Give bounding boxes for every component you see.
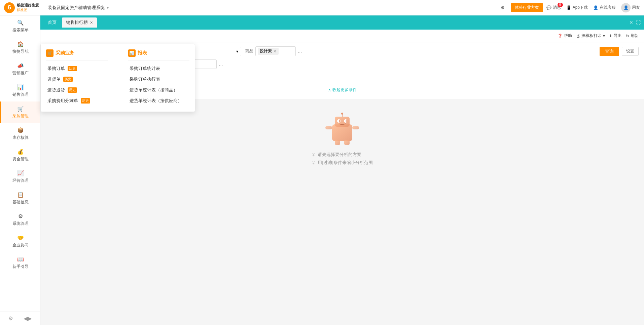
- menu-item-purchase-expense[interactable]: 采购费用分摊单 历史: [46, 95, 108, 106]
- tab-sales-rank[interactable]: 销售排行榜 ✕: [62, 17, 97, 28]
- search-icon: 🔍: [17, 19, 24, 26]
- user-area[interactable]: 👤 用友: [621, 3, 640, 12]
- sidebar-item-label: 销售管理: [12, 92, 29, 97]
- message-button[interactable]: 💬 消息 9: [546, 5, 561, 10]
- goods-tag-close[interactable]: ✕: [273, 49, 277, 54]
- svg-point-6: [339, 120, 340, 122]
- salesman-filter-dots[interactable]: …: [219, 62, 223, 67]
- tab-close-icon[interactable]: ✕: [90, 21, 93, 25]
- enterprise-icon: 🤝: [17, 235, 24, 241]
- finance-icon: 💰: [17, 149, 24, 155]
- report-section-icon: 📊: [128, 49, 136, 57]
- sidebar-item-purchase[interactable]: 🛒 采购管理: [0, 101, 40, 123]
- sidebar-item-basic[interactable]: 📋 基础信息: [0, 188, 40, 209]
- sidebar-item-marketing[interactable]: 📣 营销推广: [0, 58, 40, 80]
- refresh-icon: ↻: [626, 34, 629, 38]
- sidebar-item-search[interactable]: 🔍 搜索菜单: [0, 15, 40, 37]
- report-section: 📊 报表 采购订单统计表 采购订单执行表 进货单统计表（按商品） 进货单统计表（…: [128, 49, 190, 106]
- svg-rect-11: [344, 140, 350, 145]
- window-minimize-icon[interactable]: ✕: [629, 20, 633, 25]
- svg-rect-8: [325, 126, 332, 129]
- sidebar-item-guide[interactable]: 📖 新手引导: [0, 252, 40, 274]
- message-icon: 💬: [546, 5, 551, 10]
- menu-item-inbound-return[interactable]: 进货退货 历史: [46, 85, 108, 95]
- refresh-button[interactable]: ↻ 刷新: [626, 33, 639, 39]
- sidebar-item-label: 基础信息: [12, 199, 29, 205]
- export-icon: ⬆: [609, 34, 612, 38]
- svg-point-7: [346, 120, 347, 122]
- inventory-icon: 📦: [17, 127, 24, 133]
- goods-tag: 设计素 ✕: [258, 48, 279, 55]
- sales-icon: 📊: [17, 84, 24, 90]
- sidebar-item-enterprise[interactable]: 🤝 企业协同: [0, 231, 40, 252]
- tab-window-controls: ✕ ⛶: [629, 20, 641, 25]
- collapse-button[interactable]: ∧ 收起更多条件: [328, 87, 357, 93]
- menu-item-purchase-order[interactable]: 采购订单 历史: [46, 63, 108, 74]
- menu-item-purchase-order-stat[interactable]: 采购订单统计表: [128, 63, 190, 74]
- menu-item-purchase-order-exec[interactable]: 采购订单执行表: [128, 74, 190, 85]
- guide-icon: 📖: [17, 256, 24, 262]
- sidebar-item-finance[interactable]: 💰 资金管理: [0, 145, 40, 166]
- top-right-area: 💬 消息 9 📱 App下载 👤 在线客服 👤 用友: [546, 3, 640, 12]
- set-button[interactable]: 设置: [622, 47, 639, 56]
- print-button[interactable]: 🖨 按模板打印 ▾: [576, 33, 605, 39]
- app-download-button[interactable]: 📱 App下载: [566, 5, 588, 10]
- sidebar-item-operations[interactable]: 📈 经营管理: [0, 166, 40, 188]
- settings-button[interactable]: ⚙: [498, 3, 507, 12]
- sidebar-item-sales[interactable]: 📊 销售管理: [0, 80, 40, 101]
- basic-icon: 📋: [17, 192, 24, 198]
- empty-hint-1: ① 请先选择要分析的方案: [312, 152, 361, 158]
- sidebar-item-label: 新手引导: [12, 264, 29, 270]
- system-name-text: 装备及固定资产辅助管理系统: [48, 5, 105, 11]
- print-dropdown-icon[interactable]: ▾: [603, 34, 605, 38]
- sidebar-item-label: 资金管理: [12, 156, 29, 162]
- system-icon: ⚙: [18, 213, 23, 219]
- sidebar-settings-button[interactable]: ⚙: [8, 315, 13, 322]
- logo-icon: 6: [4, 2, 15, 13]
- purchase-section: 🛒 采购业务 采购订单 历史 进货单 历史 进货退货 历史 采购费用分摊单: [46, 49, 108, 106]
- sidebar-bottom: ⚙ ◀▶: [0, 312, 40, 325]
- help-button[interactable]: ❓ 帮助: [558, 33, 572, 39]
- query-button[interactable]: 查询: [600, 47, 619, 56]
- print-icon: 🖨: [576, 34, 580, 38]
- sidebar-item-system[interactable]: ⚙ 系统管理: [0, 209, 40, 231]
- sidebar-collapse-button[interactable]: ◀▶: [24, 315, 32, 322]
- menu-divider: [118, 49, 118, 106]
- tab-bar: 首页 销售排行榜 ✕ ✕ ⛶: [40, 15, 644, 30]
- logo-text: 畅捷通好生意 标准版: [17, 3, 39, 12]
- svg-rect-0: [332, 124, 352, 141]
- empty-illustration: [322, 113, 362, 146]
- menu-item-inbound-stat-goods[interactable]: 进货单统计表（按商品）: [128, 85, 190, 95]
- home-icon: 🏠: [17, 41, 24, 47]
- svg-rect-10: [335, 140, 340, 145]
- collapse-icon: ∧: [328, 88, 331, 92]
- sidebar-item-label: 企业协同: [12, 242, 29, 248]
- marketing-icon: 📣: [17, 63, 24, 69]
- help-icon: ❓: [558, 34, 563, 38]
- sidebar-item-label: 快捷导航: [12, 49, 29, 54]
- menu-item-inbound-stat-supplier[interactable]: 进货单统计表（按供应商）: [128, 95, 190, 106]
- window-maximize-icon[interactable]: ⛶: [636, 20, 641, 25]
- system-name: 装备及固定资产辅助管理系统 ▾: [48, 5, 495, 11]
- report-section-title: 📊 报表: [128, 49, 190, 60]
- toolbar: ❓ 帮助 🖨 按模板打印 ▾ ⬆ 导出 ↻ 刷新: [40, 30, 644, 42]
- menu-item-inbound[interactable]: 进货单 历史: [46, 74, 108, 85]
- svg-point-3: [341, 113, 343, 115]
- purchase-section-title: 🛒 采购业务: [46, 49, 108, 60]
- service-icon: 👤: [593, 5, 598, 10]
- phone-icon: 📱: [566, 5, 571, 10]
- sidebar-item-nav[interactable]: 🏠 快捷导航: [0, 37, 40, 58]
- service-button[interactable]: 👤 在线客服: [593, 5, 616, 10]
- industry-button[interactable]: 体验行业方案: [511, 3, 543, 12]
- purchase-icon: 🛒: [17, 106, 24, 112]
- tab-home[interactable]: 首页: [44, 17, 61, 28]
- sidebar-item-inventory[interactable]: 📦 库存核算: [0, 123, 40, 145]
- svg-rect-9: [352, 126, 359, 129]
- operations-icon: 📈: [17, 170, 24, 176]
- logo-area: 6 畅捷通好生意 标准版: [4, 2, 44, 13]
- goods-filter: 商品 设计素 ✕ …: [245, 46, 302, 56]
- goods-filter-dots[interactable]: …: [298, 49, 302, 54]
- export-button[interactable]: ⬆ 导出: [609, 33, 622, 39]
- system-dropdown-icon[interactable]: ▾: [107, 5, 109, 10]
- purchase-section-icon: 🛒: [46, 49, 53, 57]
